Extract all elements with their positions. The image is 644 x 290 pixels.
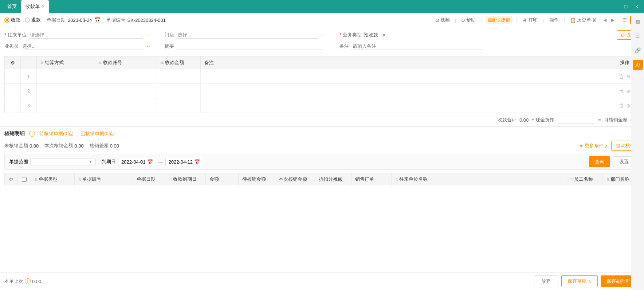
receipt-option[interactable]: 收款 xyxy=(4,17,20,23)
copy-icon-2[interactable]: ⊕ xyxy=(626,88,631,94)
td-settle-2[interactable] xyxy=(37,84,95,98)
sidebar-attachment-icon[interactable]: 🔗 xyxy=(633,45,643,55)
window-close-button[interactable]: × xyxy=(632,2,641,11)
section-info-icon[interactable]: i xyxy=(29,131,35,137)
store-more-icon[interactable]: ··· xyxy=(320,32,325,38)
tab-pending[interactable]: 待核销单据(0笔) xyxy=(39,130,74,137)
date-end-input[interactable]: 2022-04-12 📅 xyxy=(165,158,204,166)
summary-row: 收款合计 0.00 + 现金折扣: = 可核销金额 0.00 xyxy=(0,113,644,127)
history-icon: 📋 xyxy=(570,17,576,23)
date-value: 2023-03-24 xyxy=(68,17,92,23)
receipt-radio-circle xyxy=(4,17,9,23)
help-button[interactable]: ⊙ 帮助 xyxy=(460,16,477,24)
tab-verified[interactable]: 已核销单据(0笔) xyxy=(80,130,115,137)
partner-more-icon[interactable]: ··· xyxy=(145,32,150,38)
calendar-end-icon: 📅 xyxy=(194,159,200,165)
discount-input[interactable] xyxy=(559,116,595,124)
store-input[interactable] xyxy=(176,31,318,39)
td-amount-2[interactable] xyxy=(157,84,201,98)
td-settings-3 xyxy=(5,98,21,113)
th-account: ⇅ 收款账号 xyxy=(95,56,157,69)
delete-icon-2[interactable]: 🗑 xyxy=(619,88,624,94)
bth-employee: ⇅ 员工名称 xyxy=(566,173,603,185)
range-label: 单据范围 xyxy=(9,158,28,165)
maximize-button[interactable]: □ xyxy=(621,2,630,11)
sidebar-table-icon[interactable]: ▦ xyxy=(633,16,643,26)
sidebar-list-icon[interactable]: ☰ xyxy=(633,31,643,41)
bth-amount: 金额 xyxy=(206,173,239,185)
range-filter-field: 单据范围 ▼ xyxy=(9,158,96,165)
refund-option[interactable]: 退款 xyxy=(25,17,41,23)
form-row-2: 业务员 ··· 摘要 备注 xyxy=(4,43,640,50)
prev-button[interactable]: ◀ xyxy=(601,16,608,24)
footer-info-label: 本单上次 xyxy=(4,278,23,285)
tab-bar: 首页 收款单 × — □ × xyxy=(0,0,644,13)
select-all-checkbox[interactable] xyxy=(22,177,27,182)
sidebar-ai-icon[interactable]: Ai xyxy=(633,60,643,70)
delete-icon-3[interactable]: 🗑 xyxy=(619,103,624,109)
td-account-3[interactable] xyxy=(95,98,157,113)
calendar-icon[interactable]: 📅 xyxy=(94,17,101,23)
td-remark-1[interactable] xyxy=(201,69,610,83)
list-view-button[interactable]: ☰ xyxy=(620,16,629,24)
td-settle-1[interactable] xyxy=(37,69,95,83)
video-button[interactable]: ⊙ 视频 xyxy=(434,16,451,24)
biz-type-label: 业务类型 xyxy=(339,32,362,38)
abandon-button[interactable]: 放弃 xyxy=(534,275,558,287)
bth-checkbox[interactable] xyxy=(18,173,31,185)
td-remark-2[interactable] xyxy=(201,84,610,98)
staff-more-icon[interactable]: ··· xyxy=(145,43,150,49)
date-end-value: 2022-04-12 xyxy=(169,159,193,165)
footer-info-icon[interactable]: i xyxy=(25,278,31,284)
td-remark-3[interactable] xyxy=(201,98,610,113)
biz-type-value: 预收款 xyxy=(364,32,378,38)
td-amount-3[interactable] xyxy=(157,98,201,113)
date-start-input[interactable]: 2022-04-01 📅 xyxy=(118,158,156,166)
video-icon: ⊙ xyxy=(435,17,439,23)
biz-type-dropdown-icon[interactable]: ▼ xyxy=(382,32,386,38)
th-amount: ⇅ 收款金额 xyxy=(157,56,201,69)
save-draft-button[interactable]: 保存草稿 ∧ xyxy=(561,275,598,287)
tab-home-label: 首页 xyxy=(7,3,17,10)
delete-icon-1[interactable]: 🗑 xyxy=(619,74,624,79)
td-settle-3[interactable] xyxy=(37,98,95,113)
operation-button[interactable]: 操作 xyxy=(548,16,560,24)
range-select[interactable]: ▼ xyxy=(30,158,96,165)
toolbar-right: ⊙ 视频 | ⊙ 帮助 | ⌨ 快捷键 | 🖨 打印 | 操作 | xyxy=(434,16,640,24)
th-settings[interactable]: ⚙ xyxy=(5,56,21,69)
print-button[interactable]: 🖨 打印 xyxy=(521,16,539,24)
td-idx-3: 3 xyxy=(21,98,37,113)
tab-current[interactable]: 收款单 × xyxy=(21,0,49,13)
staff-input[interactable] xyxy=(21,43,143,50)
total-value: 0.00 xyxy=(519,117,529,123)
date-label: 单据日期 xyxy=(47,17,66,23)
copy-icon-3[interactable]: ⊕ xyxy=(626,103,631,109)
section-header: 核销明细 i 待核销单据(0笔) | 已核销单据(0笔) xyxy=(0,127,644,139)
gear-icon: ⚙ xyxy=(621,32,625,38)
remarks-input[interactable] xyxy=(351,43,485,50)
partner-label: 往来单位 xyxy=(4,32,27,38)
minimize-button[interactable]: — xyxy=(610,2,619,11)
td-idx-2: 2 xyxy=(21,84,37,98)
summary-label: 摘要 xyxy=(165,43,174,50)
tab-home[interactable]: 首页 xyxy=(3,0,21,13)
td-account-1[interactable] xyxy=(95,69,157,83)
more-conditions-button[interactable]: ▼ 更多条件 ∧ xyxy=(579,142,608,149)
td-account-2[interactable] xyxy=(95,84,157,98)
diff-value: 0.00 xyxy=(110,143,119,149)
summary-input[interactable] xyxy=(176,43,325,50)
td-amount-1[interactable] xyxy=(157,69,201,83)
shortcut-button[interactable]: ⌨ 快捷键 xyxy=(486,16,513,24)
nav-arrows: ◀ ▶ xyxy=(601,16,616,24)
copy-icon-1[interactable]: ⊕ xyxy=(626,74,631,79)
next-button[interactable]: ▶ xyxy=(609,16,616,24)
bth-settings[interactable]: ⚙ xyxy=(5,173,18,185)
form-row-1: 往来单位 ··· 门店 ··· 业务类型 预收款 ▼ ⚙ 设置 xyxy=(4,30,640,40)
table-row: 2 🗑 ⊕ xyxy=(5,84,639,98)
history-button[interactable]: 📋 历史单据 xyxy=(569,16,597,24)
receipt-type-radio: 收款 退款 xyxy=(4,17,41,23)
tab-close-icon[interactable]: × xyxy=(42,4,44,9)
query-button[interactable]: 查询 xyxy=(589,156,610,167)
receipt-label: 收款 xyxy=(11,17,20,23)
partner-input[interactable] xyxy=(29,31,143,39)
